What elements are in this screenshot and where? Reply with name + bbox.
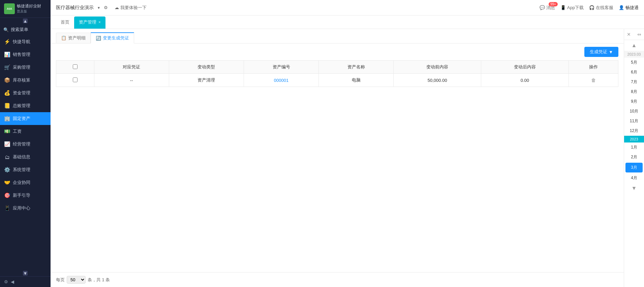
sidebar-item-ledger[interactable]: 📒 总账管理 — [0, 99, 51, 112]
col-checkbox — [56, 61, 94, 74]
basic-icon: 🗂 — [4, 154, 10, 160]
scroll-down-btn[interactable]: ▼ — [23, 271, 28, 276]
nav-label-apps: 应用中心 — [13, 205, 30, 211]
sub-tab-asset-detail[interactable]: 📋 资产明细 — [56, 33, 91, 43]
sub-tab-change-voucher[interactable]: 🔄 变更生成凭证 — [91, 32, 134, 43]
username-label: 畅捷通 — [625, 5, 639, 11]
scroll-up-btn[interactable]: ▲ — [23, 19, 28, 23]
date-month-8[interactable]: 8月 — [624, 87, 644, 97]
collapse-btn[interactable]: ◀ — [11, 279, 14, 284]
tab-active-label: 资产管理 — [79, 19, 96, 25]
nav-label-payroll: 工资 — [13, 128, 22, 134]
delete-btn[interactable]: 🗑 — [591, 77, 596, 83]
sidebar-search[interactable]: 🔍 搜索菜单 — [0, 24, 51, 35]
system-icon: ⚙️ — [4, 167, 10, 173]
tab-asset-management[interactable]: 资产管理 × — [74, 17, 105, 29]
date-month-10[interactable]: 10月 — [624, 106, 644, 116]
generate-voucher-label: 生成凭证 — [590, 49, 607, 55]
generate-voucher-btn[interactable]: 生成凭证 ▼ — [584, 47, 618, 57]
quick-nav-icon: ⚡ — [4, 39, 10, 45]
sidebar-item-finance[interactable]: 💰 资金管理 — [0, 87, 51, 99]
select-all-checkbox[interactable] — [73, 64, 78, 69]
sales-icon: 📊 — [4, 52, 10, 58]
sidebar-item-guide[interactable]: 🎯 新手引导 — [0, 189, 51, 202]
sub-tab-asset-detail-label: 资产明细 — [68, 35, 86, 41]
date-down-btn[interactable]: ▼ — [630, 184, 638, 192]
nav-label-finance: 资金管理 — [13, 90, 30, 96]
messages-btn[interactable]: 💬 消息 99+ — [540, 5, 555, 11]
apps-icon: 📱 — [4, 205, 10, 211]
nav-label-system: 系统管理 — [13, 167, 30, 173]
sidebar-item-inventory[interactable]: 📦 库存核算 — [0, 74, 51, 87]
per-page-label: 每页 — [56, 277, 65, 283]
title-dropdown-icon[interactable]: ▾ — [98, 5, 100, 10]
row-checkbox[interactable] — [73, 77, 78, 82]
date-year-label: 2023.03 — [624, 51, 644, 58]
col-operation: 操作 — [569, 61, 618, 74]
tab-close-btn[interactable]: × — [98, 20, 101, 25]
date-list: ▲ 2023.03 5月 6月 7月 8月 9月 10月 11月 12月 202… — [624, 40, 644, 287]
pagination: 每页 10 20 50 100 条，共 1 条 — [51, 272, 624, 287]
company-title: 医疗器械行业演示 — [56, 5, 94, 11]
date-month-11[interactable]: 11月 — [624, 116, 644, 126]
nav-label-basic: 基础信息 — [13, 154, 30, 160]
feedback-btn[interactable]: ☁ 我要体验一下 — [115, 5, 147, 11]
col-asset-name: 资产名称 — [319, 61, 394, 74]
sidebar-item-system[interactable]: ⚙️ 系统管理 — [0, 163, 51, 176]
sidebar-item-collab[interactable]: 🤝 企业协同 — [0, 176, 51, 189]
sidebar-item-basic[interactable]: 🗂 基础信息 — [0, 151, 51, 163]
topbar: 医疗器械行业演示 ▾ ⚙ ☁ 我要体验一下 💬 消息 99+ 📱 App下载 🎧… — [51, 0, 644, 15]
date-month-12[interactable]: 12月 — [624, 126, 644, 136]
feedback-icon: ☁ — [115, 5, 119, 10]
sidebar-item-payroll[interactable]: 💵 工资 — [0, 125, 51, 138]
table-wrap: 对应凭证 变动类型 资产编号 资产名称 变动前内容 变动后内容 操作 — [51, 60, 624, 272]
nav-label-purchase: 采购管理 — [13, 64, 30, 70]
sidebar-item-fixed-assets[interactable]: 🏢 固定资产 — [0, 112, 51, 125]
main-area: 医疗器械行业演示 ▾ ⚙ ☁ 我要体验一下 💬 消息 99+ 📱 App下载 🎧… — [51, 0, 644, 287]
date-nav-down[interactable]: ▼ — [624, 183, 644, 194]
app-download-btn[interactable]: 📱 App下载 — [560, 5, 584, 11]
sidebar-item-purchase[interactable]: 🛒 采购管理 — [0, 61, 51, 74]
topbar-settings-icon[interactable]: ⚙ — [104, 5, 108, 10]
date-month-5[interactable]: 5月 — [624, 58, 644, 67]
nav-label-ledger: 总账管理 — [13, 103, 30, 109]
guide-icon: 🎯 — [4, 192, 10, 198]
finance-icon: 💰 — [4, 90, 10, 96]
tab-home[interactable]: 首页 — [56, 17, 74, 29]
date-month-6[interactable]: 6月 — [624, 67, 644, 77]
date-month-3-active[interactable]: 3月 — [625, 163, 643, 172]
date-month-9[interactable]: 9月 — [624, 97, 644, 106]
generate-voucher-dropdown-icon: ▼ — [609, 50, 613, 55]
col-voucher: 对应凭证 — [94, 61, 169, 74]
panel-close-btn[interactable]: ✕ — [627, 32, 631, 37]
settings-btn[interactable]: ⚙ — [4, 279, 8, 284]
user-btn[interactable]: 👤 畅捷通 — [619, 5, 639, 11]
nav-label-sales: 销售管理 — [13, 52, 30, 58]
total-label: 条，共 1 条 — [88, 277, 110, 283]
customer-service-btn[interactable]: 🎧 在线客服 — [589, 5, 613, 11]
col-asset-code: 资产编号 — [244, 61, 318, 74]
page-size-select[interactable]: 10 20 50 100 — [67, 276, 86, 284]
date-month-4[interactable]: 4月 — [624, 173, 644, 183]
sidebar-item-apps[interactable]: 📱 应用中心 — [0, 202, 51, 215]
sidebar-logo: AtA 畅捷通好业财 普及版 — [0, 0, 51, 18]
search-label: 搜索菜单 — [11, 27, 28, 33]
user-icon: 👤 — [619, 5, 624, 10]
asset-table: 对应凭证 变动类型 资产编号 资产名称 变动前内容 变动后内容 操作 — [56, 60, 618, 87]
app-download-label: App下载 — [567, 5, 584, 11]
inventory-icon: 📦 — [4, 77, 10, 83]
row-asset-code: 000001 — [244, 74, 318, 87]
sidebar-item-quick-nav[interactable]: ⚡ 快捷导航 — [0, 35, 51, 48]
collab-icon: 🤝 — [4, 180, 10, 186]
date-nav-up[interactable]: ▲ — [624, 40, 644, 51]
date-month-2[interactable]: 2月 — [624, 152, 644, 162]
date-up-btn[interactable]: ▲ — [630, 41, 638, 50]
sub-tabs: 📋 资产明细 🔄 变更生成凭证 — [51, 29, 624, 43]
sidebar-item-operations[interactable]: 📈 经营管理 — [0, 138, 51, 151]
app-logo-icon: AtA — [4, 3, 15, 14]
date-month-1[interactable]: 1月 — [624, 142, 644, 152]
nav-label-guide: 新手引导 — [13, 192, 30, 198]
sidebar-item-sales[interactable]: 📊 销售管理 — [0, 48, 51, 61]
panel-expand-btn[interactable]: ⇔ — [637, 32, 641, 37]
date-month-7[interactable]: 7月 — [624, 77, 644, 87]
